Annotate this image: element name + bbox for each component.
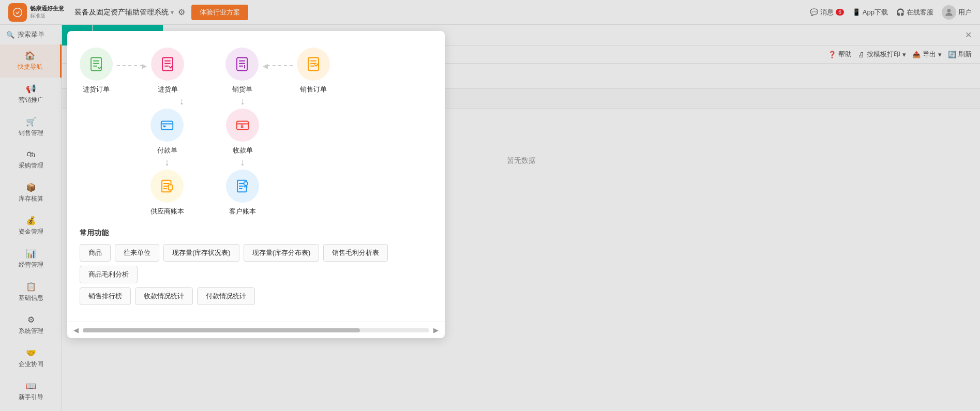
down-arrow-payment: ↓ bbox=[80, 94, 184, 109]
flow-node-customer-account[interactable]: 客户账本 bbox=[226, 170, 259, 216]
scroll-thumb bbox=[83, 328, 360, 332]
quick-btn-0[interactable]: 商品 bbox=[80, 244, 111, 262]
quick-btn-5[interactable]: 商品毛利分析 bbox=[80, 266, 138, 283]
flow-arrow-purchase: ▶ bbox=[117, 62, 147, 70]
svg-rect-9 bbox=[237, 58, 247, 71]
purchase-bill-label: 进货单 bbox=[158, 85, 178, 94]
quick-btn-3[interactable]: 现存量(库存分布表) bbox=[244, 244, 320, 262]
quick-btn-row2-1[interactable]: 收款情况统计 bbox=[135, 287, 193, 305]
flow-arrow-sale: ◀ bbox=[263, 62, 293, 70]
flow-node-sale-order[interactable]: 销售订单 bbox=[297, 48, 330, 94]
customer-account-label: 客户账本 bbox=[229, 207, 256, 216]
quick-btn-row2-2[interactable]: 付款情况统计 bbox=[197, 287, 255, 305]
svg-rect-10 bbox=[308, 58, 319, 71]
quick-btn-1[interactable]: 往来单位 bbox=[115, 244, 159, 262]
quick-btns-row1: 商品往来单位现存量(库存状况表)现存量(库存分布表)销售毛利分析表商品毛利分析 bbox=[80, 244, 432, 283]
sale-order-label: 销售订单 bbox=[300, 85, 327, 94]
svg-rect-8 bbox=[169, 185, 173, 190]
quick-nav-modal: 进货订单 ▶ bbox=[67, 31, 445, 338]
down-arrow-customer: ↓ bbox=[240, 155, 245, 170]
quick-functions: 常用功能 商品往来单位现存量(库存状况表)现存量(库存分布表)销售毛利分析表商品… bbox=[80, 229, 432, 305]
svg-text:¥: ¥ bbox=[240, 124, 244, 129]
receipt-bill-label: 收款单 bbox=[233, 146, 253, 155]
down-arrow-supplier: ↓ bbox=[165, 155, 170, 170]
flow-node-purchase-order[interactable]: 进货订单 bbox=[80, 48, 113, 94]
sale-bill-label: 销货单 bbox=[232, 85, 252, 94]
modal-overlay[interactable]: 进货订单 ▶ bbox=[62, 25, 980, 411]
flow-node-payment-bill[interactable]: ¥ 付款单 bbox=[150, 109, 184, 155]
svg-point-14 bbox=[244, 181, 248, 186]
flow-node-purchase-bill[interactable]: 进货单 bbox=[151, 48, 184, 94]
quick-btn-4[interactable]: 销售毛利分析表 bbox=[323, 244, 388, 262]
quick-btn-row2-0[interactable]: 销售排行榜 bbox=[80, 287, 131, 305]
purchase-order-label: 进货订单 bbox=[83, 85, 110, 94]
modal-footer: ◀ ▶ bbox=[67, 322, 445, 338]
scroll-right-btn[interactable]: ▶ bbox=[433, 326, 439, 334]
flow-node-receipt-bill[interactable]: ¥ 收款单 bbox=[226, 109, 259, 155]
scroll-track[interactable] bbox=[83, 328, 429, 332]
flow-right-col: 销货单 ◀ bbox=[225, 48, 330, 216]
quick-functions-title: 常用功能 bbox=[80, 229, 432, 238]
quick-btns-row2: 销售排行榜收款情况统计付款情况统计 bbox=[80, 287, 432, 305]
flow-node-supplier-account[interactable]: 供应商账本 bbox=[150, 170, 184, 216]
supplier-account-label: 供应商账本 bbox=[150, 207, 184, 216]
flow-left-col: 进货订单 ▶ bbox=[80, 48, 184, 216]
scroll-left-btn[interactable]: ◀ bbox=[73, 326, 79, 334]
svg-rect-3 bbox=[162, 58, 173, 71]
flow-node-sale-bill[interactable]: 销货单 bbox=[225, 48, 259, 94]
payment-bill-label: 付款单 bbox=[157, 146, 177, 155]
flow-diagram: 进货订单 ▶ bbox=[80, 48, 432, 216]
down-arrow-receipt: ↓ bbox=[240, 94, 245, 109]
quick-btn-2[interactable]: 现存量(库存状况表) bbox=[163, 244, 239, 262]
